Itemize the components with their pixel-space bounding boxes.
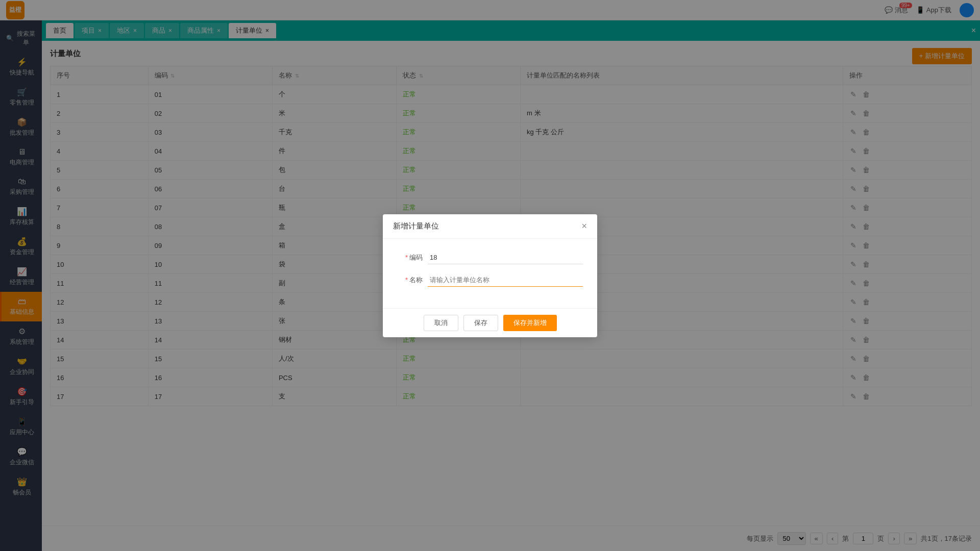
modal-overlay[interactable]: 新增计量单位 × *编码 *名称 取消 保存 保存并新增	[0, 0, 980, 551]
form-code-label: *编码	[397, 253, 428, 262]
form-code-input[interactable]	[428, 251, 583, 264]
modal-footer: 取消 保存 保存并新增	[383, 308, 597, 337]
cancel-button[interactable]: 取消	[424, 315, 458, 331]
modal-close-button[interactable]: ×	[581, 221, 587, 231]
save-button[interactable]: 保存	[463, 315, 498, 331]
form-row-name: *名称	[397, 273, 583, 287]
modal-body: *编码 *名称	[383, 239, 597, 308]
save-and-new-button[interactable]: 保存并新增	[503, 315, 557, 331]
form-name-input[interactable]	[428, 273, 583, 287]
form-name-label: *名称	[397, 276, 428, 285]
modal-header: 新增计量单位 ×	[383, 214, 597, 239]
required-star-name: *	[405, 276, 408, 284]
add-unit-modal: 新增计量单位 × *编码 *名称 取消 保存 保存并新增	[383, 214, 597, 337]
required-star-code: *	[405, 254, 408, 261]
form-row-code: *编码	[397, 251, 583, 264]
modal-title: 新增计量单位	[393, 221, 439, 231]
